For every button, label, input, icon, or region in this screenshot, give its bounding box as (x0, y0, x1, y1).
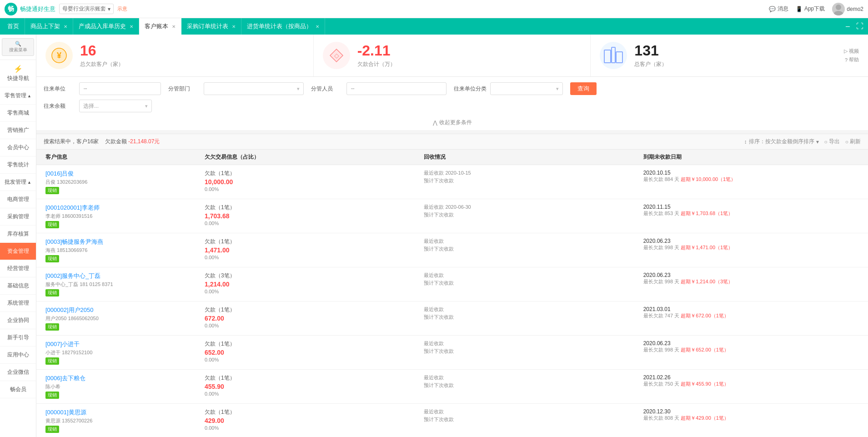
collection-next: 预计下次收款 (424, 314, 639, 321)
sidebar-item-purchase[interactable]: 采购管理 (0, 208, 36, 226)
due-date: 2021.02.26 (643, 374, 859, 381)
debt-count: 欠款（1笔） (205, 170, 420, 177)
debt-ratio: 0.00% (205, 391, 420, 397)
balance-select[interactable]: 选择... ▾ (79, 100, 152, 112)
overdue-amount-link[interactable]: 超期￥652.00（1笔） (681, 347, 729, 352)
sidebar-item-label: 经营管理 (7, 265, 29, 272)
minimize-icon[interactable]: – (844, 22, 852, 30)
debt-count: 欠款（1笔） (205, 204, 420, 211)
customer-name-link[interactable]: [000002]用户2050 (45, 306, 201, 314)
help-button[interactable]: ? 帮助 (845, 56, 859, 63)
view-video-button[interactable]: ▷ 视频 (844, 48, 859, 55)
customer-name-link[interactable]: [0016]吕俊 (45, 170, 201, 178)
due-date-cell: 2021.02.26 最长欠款 750 天 超期￥455.90（1笔） (642, 374, 861, 399)
refresh-button[interactable]: ○ 刷新 (845, 138, 861, 146)
customer-name-link[interactable]: [000001]黄思源 (45, 408, 201, 417)
overdue-amount-link[interactable]: 超期￥10,000.00（1笔） (681, 176, 736, 182)
tab-import[interactable]: 进货单统计表（按商品） ✕ (241, 18, 325, 35)
sidebar-search: 🔍 搜索菜单 (0, 35, 36, 60)
sidebar-item-member[interactable]: 会员中心 (0, 139, 36, 156)
export-button[interactable]: ○ 导出 (824, 138, 840, 146)
username-label: demo2 (847, 6, 863, 12)
tab-production[interactable]: 产成品入库单历史 ✕ (73, 18, 139, 35)
stat-card-actions: ▷ 视频 ? 帮助 (844, 48, 859, 63)
sort-button[interactable]: ↕ 排序：按欠款金额倒序排序 ▾ (744, 138, 819, 146)
chevron-down-icon: ▾ (556, 86, 559, 92)
debt-amount[interactable]: 1,703.68 (205, 212, 420, 220)
debt-label: 欠款金额 (105, 138, 127, 145)
source-category-select[interactable]: ▾ (490, 82, 563, 95)
overdue-amount-link[interactable]: 超期￥1,214.00（3笔） (681, 279, 733, 284)
customer-name-link[interactable]: [0001020001]李老师 (45, 204, 201, 212)
svg-rect-7 (616, 52, 622, 63)
collection-latest: 最近收款 (424, 374, 639, 381)
debt-amount[interactable]: 455.90 (205, 383, 420, 390)
sidebar-item-apps[interactable]: 应用中心 (0, 347, 36, 364)
customer-name-link[interactable]: [0003]畅捷服务尹海燕 (45, 238, 201, 246)
customer-contact: 小进干 18279152100 (45, 349, 201, 356)
tab-purchase[interactable]: 采购订单统计表 ✕ (181, 18, 241, 35)
debt-amount[interactable]: 1,471.00 (205, 246, 420, 254)
tab-home-label: 首页 (7, 22, 19, 30)
collapse-button[interactable]: ⋀ 收起更多条件 (44, 117, 861, 130)
sidebar-item-ops[interactable]: 经营管理 (0, 260, 36, 277)
overdue-amount-link[interactable]: 超期￥455.90（1笔） (681, 381, 729, 387)
sidebar-item-finance[interactable]: 资金管理 (0, 243, 36, 260)
query-button[interactable]: 查询 (570, 82, 597, 95)
debt-ratio: 0.00% (205, 425, 420, 431)
overdue-amount-link[interactable]: 超期￥429.00（1笔） (681, 415, 729, 421)
customer-name-link[interactable]: [0007]小进干 (45, 340, 201, 348)
play-icon: ▷ (844, 48, 848, 54)
tab-products[interactable]: 商品上下架 ✕ (25, 18, 73, 35)
filter-balance: 往来余额 选择... ▾ (44, 100, 152, 112)
sidebar-item-vip[interactable]: 畅会员 (0, 381, 36, 398)
shortcut-link[interactable]: 示意 (117, 5, 127, 12)
debt-amount[interactable]: 10,000.00 (205, 178, 420, 186)
sidebar-item-retail-mgmt[interactable]: 零售管理 ▲ (0, 87, 36, 105)
company-selector[interactable]: 母婴行业演示账套 ▾ (59, 4, 114, 14)
sidebar-item-enterprise[interactable]: 企业协同 (0, 312, 36, 329)
stat-card-debt-customers: ¥ 16 总欠款客户（家） (36, 35, 314, 76)
dept-select[interactable]: ▾ (204, 82, 304, 95)
sidebar-item-basic[interactable]: 基础信息 (0, 277, 36, 295)
customer-name-link[interactable]: [0006]去下粮仓 (45, 374, 201, 382)
sidebar-item-batch-mgmt[interactable]: 批发管理 ▲ (0, 174, 36, 191)
sidebar-item-retail-mall[interactable]: 零售商城 (0, 105, 36, 122)
close-icon[interactable]: ✕ (316, 24, 319, 29)
close-icon[interactable]: ✕ (172, 24, 176, 29)
debt-amount[interactable]: 429.00 (205, 417, 420, 424)
app-download-button[interactable]: 📱 App下载 (796, 5, 825, 13)
user-menu[interactable]: demo2 (832, 3, 863, 15)
sidebar-item-label: 营销推广 (7, 126, 29, 134)
sidebar-item-quick-nav[interactable]: ⚡ 快捷导航 (0, 60, 36, 87)
sidebar-item-guide[interactable]: 新手引导 (0, 329, 36, 347)
close-icon[interactable]: ✕ (64, 24, 67, 29)
sidebar-item-marketing[interactable]: 营销推广 (0, 122, 36, 139)
overdue-amount-link[interactable]: 超期￥672.00（1笔） (681, 313, 729, 318)
manager-input[interactable]: ··· (346, 82, 447, 95)
search-menu-button[interactable]: 🔍 搜索菜单 (2, 38, 34, 56)
close-icon[interactable]: ✕ (232, 24, 236, 29)
debt-amount[interactable]: 672.00 (205, 315, 420, 322)
sidebar-item-system[interactable]: 系统管理 (0, 295, 36, 312)
maximize-icon[interactable]: ⛶ (854, 22, 865, 30)
overdue-amount-link[interactable]: 超期￥1,703.68（1笔） (681, 211, 733, 216)
collection-next: 预计下次收款 (424, 211, 639, 218)
overdue-days: 最长欠款 747 天 超期￥672.00（1笔） (643, 312, 859, 319)
debt-amount[interactable]: 1,214.00 (205, 281, 420, 288)
tab-purchase-label: 采购订单统计表 (187, 22, 228, 30)
sidebar-item-retail-stats[interactable]: 零售统计 (0, 156, 36, 174)
source-unit-input[interactable]: ··· (79, 82, 161, 95)
sidebar-item-ecommerce[interactable]: 电商管理 (0, 191, 36, 208)
filter-source-category: 往来单位分类 ▾ (454, 82, 563, 95)
tab-home[interactable]: 首页 (2, 18, 25, 35)
debt-amount[interactable]: 652.00 (205, 349, 420, 356)
messages-button[interactable]: 💬 消息 (769, 5, 788, 13)
sidebar-item-wechat[interactable]: 企业微信 (0, 364, 36, 381)
sidebar-item-inventory[interactable]: 库存核算 (0, 226, 36, 243)
overdue-amount-link[interactable]: 超期￥1,471.00（1笔） (681, 245, 733, 250)
close-icon[interactable]: ✕ (130, 24, 133, 29)
tab-customer-account[interactable]: 客户账本 ✕ (139, 18, 181, 35)
customer-name-link[interactable]: [0002]服务中心_丁磊 (45, 272, 201, 280)
collapse-label: 收起更多条件 (439, 119, 472, 126)
